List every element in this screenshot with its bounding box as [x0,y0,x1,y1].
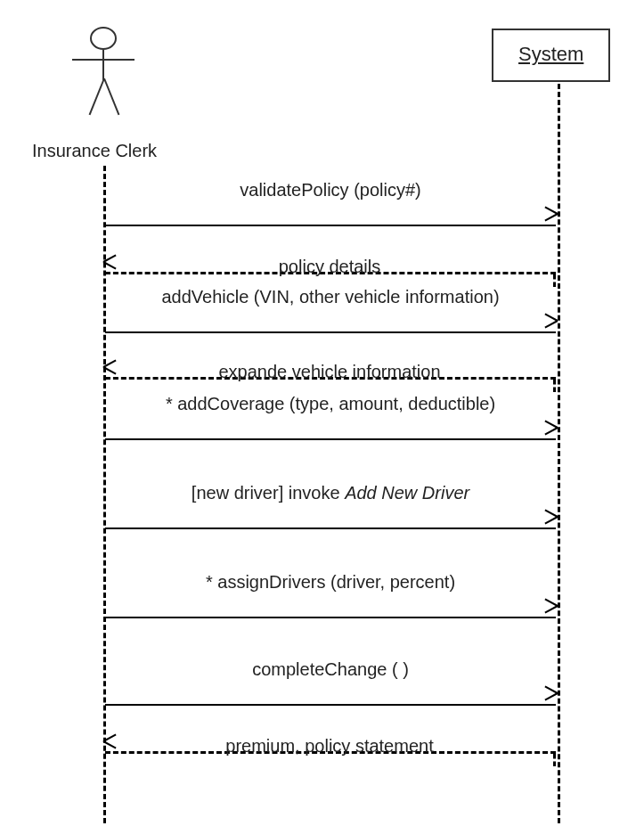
actor-head-icon [90,27,117,50]
msg-assign-drivers: * assignDrivers (driver, percent) [105,593,556,618]
return-hook-icon [551,274,556,287]
msg-invoke-add-new-driver: [new driver] invoke Add New Driver [105,504,556,529]
actor-body-icon [102,50,104,80]
arrowhead-right-icon [543,320,558,334]
actor-label: Insurance Clerk [32,141,157,161]
system-lifeline-head: System [492,29,610,82]
actor-arms-icon [72,59,135,61]
msg-label: premium, policy statement [225,736,433,756]
arrowhead-right-icon [543,516,558,530]
msg-label: [new driver] invoke Add New Driver [192,483,469,503]
msg-label: completeChange ( ) [252,659,409,680]
msg-label-prefix: [new driver] invoke [192,483,345,503]
msg-label: * addCoverage (type, amount, deductible) [166,394,495,414]
msg-label: validatePolicy (policy#) [240,180,420,200]
msg-label-italic: Add New Driver [345,483,469,503]
return-hook-icon [551,754,556,766]
msg-label: expande vehicle information [218,362,440,382]
arrowhead-left-icon [103,261,118,275]
msg-add-vehicle: addVehicle (VIN, other vehicle informati… [105,308,556,333]
arrowhead-right-icon [543,213,558,227]
actor-leg-icon [103,78,119,116]
msg-complete-change: completeChange ( ) [105,681,556,706]
lifeline-system [558,84,560,823]
msg-label: policy details [279,257,381,277]
msg-label: * assignDrivers (driver, percent) [206,572,455,593]
actor-leg-icon [89,78,105,116]
sequence-diagram: Insurance Clerk System validatePolicy (p… [0,0,644,826]
actor-insurance-clerk [77,27,130,80]
arrowhead-left-icon [103,740,118,755]
arrowhead-right-icon [543,605,558,619]
system-label: System [518,43,583,65]
arrowhead-right-icon [543,427,558,441]
arrowhead-right-icon [543,692,558,707]
msg-validate-policy: validatePolicy (policy#) [105,201,556,226]
msg-label: addVehicle (VIN, other vehicle informati… [161,287,499,307]
arrowhead-left-icon [103,366,118,380]
return-hook-icon [551,380,556,392]
msg-add-coverage: * addCoverage (type, amount, deductible) [105,415,556,440]
